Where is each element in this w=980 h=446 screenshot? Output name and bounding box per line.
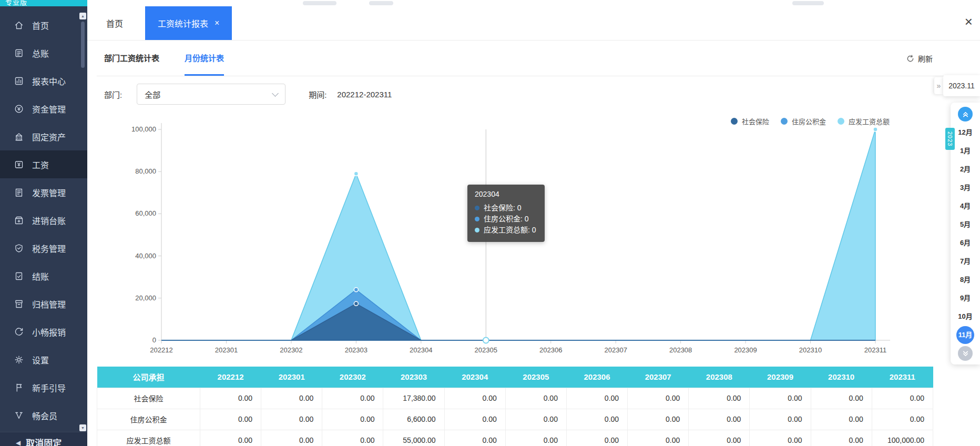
tab-label: 工资统计报表 [158, 17, 208, 29]
svg-text:202309: 202309 [734, 346, 757, 354]
cell-value: 0.00 [872, 409, 933, 430]
cell-value: 0.00 [200, 388, 261, 409]
refresh-icon [906, 55, 914, 63]
tab-label: 首页 [106, 19, 123, 28]
month-item-6[interactable]: 6月 [956, 234, 974, 252]
tab-close-icon[interactable]: × [215, 18, 219, 28]
scroll-months-down-button[interactable] [958, 346, 973, 361]
sidebar-item-label: 新手引导 [32, 381, 66, 394]
month-item-7[interactable]: 7月 [956, 252, 974, 270]
sidebar-item-label: 发票管理 [32, 186, 66, 199]
sidebar-item-fixed-assets[interactable]: 固定资产 [0, 123, 87, 150]
salary-chart[interactable]: 100,00080,00060,00040,00020,000020221220… [97, 111, 948, 358]
cell-value: 0.00 [322, 388, 383, 409]
tooltip-row: 应发工资总额: 0 [475, 225, 536, 236]
svg-text:202304: 202304 [410, 346, 432, 354]
subtab-month-stat-table[interactable]: 月份统计表 [185, 40, 224, 76]
month-item-11[interactable]: 11月 [956, 326, 974, 344]
sidebar-item-label: 报表中心 [32, 75, 66, 87]
sidebar-item-archive-management[interactable]: 归档管理 [0, 290, 87, 318]
month-list: 2023 12月1月2月3月4月5月6月7月8月9月10月11月 [951, 103, 980, 364]
sidebar-item-salary[interactable]: 工资 [0, 150, 87, 178]
sidebar-item-label: 资金管理 [32, 103, 66, 115]
cell-value: 0.00 [689, 430, 750, 446]
legend-item[interactable]: 应发工资总额 [838, 116, 890, 126]
sidebar-menu: 首页总账报表中心资金管理固定资产工资发票管理进销台账税务管理结账归档管理小畅报销… [0, 11, 87, 429]
department-select[interactable]: 全部 [137, 84, 285, 105]
cell-value: 0.00 [566, 388, 627, 409]
legend-item[interactable]: 住房公积金 [781, 116, 826, 126]
chart-tooltip: 202304社会保险: 0住房公积金: 0应发工资总额: 0 [467, 185, 545, 242]
scroll-months-up-button[interactable] [958, 107, 973, 121]
edition-label: 专业版 [0, 0, 87, 6]
sidebar-item-label: 结账 [32, 270, 49, 282]
refresh-label: 刷新 [918, 53, 933, 64]
sidebar-item-label: 设置 [32, 353, 49, 366]
invoice-icon [14, 187, 24, 198]
svg-text:202308: 202308 [669, 346, 692, 354]
sidebar-item-settings[interactable]: 设置 [0, 346, 87, 373]
sidebar-scrollbar[interactable]: ▲ ▼ [79, 13, 86, 431]
sidebar-item-tax-management[interactable]: 税务管理 [0, 234, 87, 262]
row-name: 社会保险 [97, 388, 200, 409]
tab-home[interactable]: 首页 [106, 17, 123, 29]
month-item-5[interactable]: 5月 [956, 216, 974, 234]
scrollbar-up-icon[interactable]: ▲ [79, 13, 86, 19]
table-body: 社会保险0.000.000.0017,380.000.000.000.000.0… [97, 388, 933, 446]
month-item-2[interactable]: 2月 [956, 160, 974, 178]
sidebar-item-chang-member[interactable]: 畅会员 [0, 401, 87, 429]
month-item-3[interactable]: 3月 [956, 179, 974, 197]
current-period-button[interactable]: 2023.11 [943, 75, 980, 96]
svg-text:202303: 202303 [345, 346, 368, 354]
topbar-fragment [303, 1, 336, 5]
sidebar-item-closing[interactable]: 结账 [0, 262, 87, 290]
sidebar-item-home[interactable]: 首页 [0, 11, 87, 39]
month-item-8[interactable]: 8月 [956, 271, 974, 289]
month-item-12[interactable]: 12月 [956, 124, 974, 141]
chevron-down-icon [272, 90, 279, 97]
cell-value: 0.00 [689, 409, 750, 430]
sidebar-item-label: 畅会员 [32, 409, 57, 422]
month-item-10[interactable]: 10月 [956, 308, 974, 326]
month-item-1[interactable]: 1月 [956, 142, 974, 160]
subtab-bar: 部门工资统计表月份统计表 [97, 40, 224, 76]
department-label: 部门: [104, 89, 122, 100]
sidebar-item-report-center[interactable]: 报表中心 [0, 67, 87, 95]
cell-value: 0.00 [322, 409, 383, 430]
refresh-button[interactable]: 刷新 [906, 40, 933, 76]
cell-value: 100,000.00 [872, 430, 933, 446]
sidebar-item-purchase-sales-ledger[interactable]: 进销台账 [0, 206, 87, 234]
tab-salary-report[interactable]: 工资统计报表× [145, 6, 232, 40]
sidebar: 专业版 首页总账报表中心资金管理固定资产工资发票管理进销台账税务管理结账归档管理… [0, 0, 87, 446]
legend-item[interactable]: 社会保险 [731, 116, 769, 126]
tooltip-series-dot [475, 228, 479, 232]
sidebar-item-fund-management[interactable]: 资金管理 [0, 95, 87, 123]
table-header-cell: 202302 [322, 367, 383, 388]
sidebar-item-xiaochang-reimburse[interactable]: 小畅报销 [0, 318, 87, 346]
content-area: 部门工资统计表月份统计表 刷新 部门: 全部 期间: 202212-202311 [87, 40, 980, 446]
scrollbar-thumb[interactable] [81, 22, 85, 68]
row-name: 应发工资总额 [97, 430, 200, 446]
collapse-left-icon: ◀ [16, 439, 21, 446]
sidebar-item-invoice-management[interactable]: 发票管理 [0, 178, 87, 206]
unpin-sidebar-button[interactable]: ◀ 取消固定 [0, 432, 87, 446]
cell-value: 0.00 [566, 409, 627, 430]
sidebar-item-general-ledger[interactable]: 总账 [0, 39, 87, 67]
double-chevron-up-icon [962, 110, 969, 118]
close-panel-icon[interactable]: × [965, 15, 973, 28]
salary-icon [14, 159, 24, 170]
cell-value: 0.00 [261, 430, 322, 446]
sidebar-item-label: 归档管理 [32, 298, 66, 310]
cell-value: 17,380.00 [383, 388, 444, 409]
month-item-4[interactable]: 4月 [956, 197, 974, 215]
table-row-social-insurance: 社会保险0.000.000.0017,380.000.000.000.000.0… [97, 388, 933, 409]
sidebar-item-label: 固定资产 [32, 130, 66, 143]
scrollbar-down-icon[interactable]: ▼ [79, 424, 86, 431]
home-icon [14, 20, 24, 31]
topbar-fragment [369, 1, 393, 5]
month-item-9[interactable]: 9月 [956, 289, 974, 307]
subtab-dept-salary-table[interactable]: 部门工资统计表 [104, 40, 159, 76]
collapse-handle-icon[interactable]: » [934, 77, 943, 94]
table-header-cell: 202306 [566, 367, 627, 388]
sidebar-item-beginner-guide[interactable]: 新手引导 [0, 373, 87, 401]
